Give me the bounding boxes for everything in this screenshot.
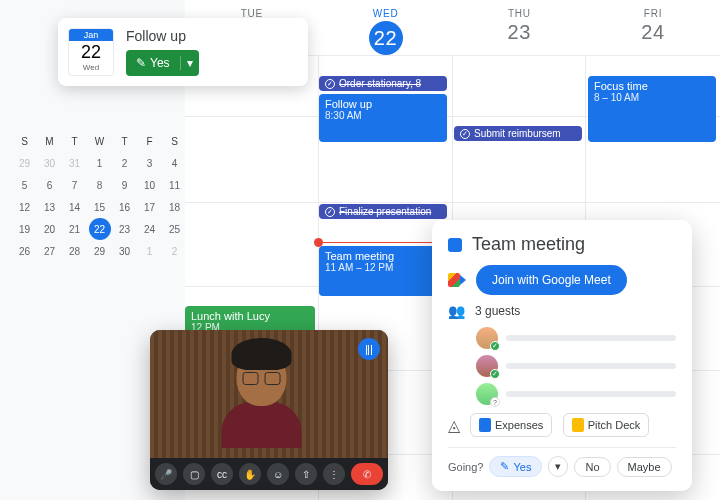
docs-icon <box>479 418 491 432</box>
speaking-indicator-icon: ǁǀ <box>358 338 380 360</box>
day-header-fri[interactable]: FRI24 <box>586 0 720 55</box>
slides-icon <box>572 418 584 432</box>
google-meet-icon <box>448 273 466 287</box>
mini-calendar[interactable]: SMTWTFS 2930311234 567891011 12131415161… <box>12 130 187 262</box>
video-feed: ǁǀ <box>150 330 388 458</box>
guests-count: 3 guests <box>475 304 520 318</box>
followup-date-badge: Jan 22 Wed <box>68 28 114 76</box>
reactions-button[interactable]: ☺ <box>267 463 289 485</box>
event-focus-time[interactable]: Focus time8 – 10 AM <box>588 76 716 142</box>
going-label: Going? <box>448 461 483 473</box>
guest-avatar[interactable]: ✓ <box>476 327 498 349</box>
guest-avatar[interactable]: ? <box>476 383 498 405</box>
mini-dow-row: SMTWTFS <box>12 130 187 152</box>
attachment-pitch-deck[interactable]: Pitch Deck <box>563 413 650 437</box>
mini-today[interactable]: 22 <box>89 218 111 240</box>
more-button[interactable]: ⋮ <box>323 463 345 485</box>
end-call-button[interactable]: ✆ <box>351 463 383 485</box>
meet-controls: 🎤 ▢ cc ✋ ☺ ⇧ ⋮ ✆ <box>150 458 388 490</box>
day-header-wed[interactable]: WED22 <box>319 0 453 55</box>
present-button[interactable]: ⇧ <box>295 463 317 485</box>
followup-title: Follow up <box>126 28 298 44</box>
meet-video-tile: ǁǀ 🎤 ▢ cc ✋ ☺ ⇧ ⋮ ✆ <box>150 330 388 490</box>
rsvp-icon: ✎ <box>500 460 509 473</box>
event-follow-up[interactable]: Follow up8:30 AM <box>319 94 447 142</box>
rsvp-no-button[interactable]: No <box>574 457 610 477</box>
task-order-stationary[interactable]: ✓Order stationary, 8 <box>319 76 447 91</box>
join-meet-button[interactable]: Join with Google Meet <box>476 265 627 295</box>
rsvp-icon: ✎ <box>136 56 146 70</box>
captions-button[interactable]: cc <box>211 463 233 485</box>
camera-button[interactable]: ▢ <box>183 463 205 485</box>
event-title: Team meeting <box>472 234 585 255</box>
chevron-down-icon[interactable]: ▾ <box>180 56 199 70</box>
attachment-expenses[interactable]: Expenses <box>470 413 552 437</box>
task-finalize-presentation[interactable]: ✓Finalize presentation <box>319 204 447 219</box>
guest-avatar[interactable]: ✓ <box>476 355 498 377</box>
guest-list: ✓ ✓ ? <box>476 327 676 405</box>
mic-button[interactable]: 🎤 <box>155 463 177 485</box>
day-header-thu[interactable]: THU23 <box>453 0 587 55</box>
guests-icon: 👥 <box>448 303 465 319</box>
rsvp-yes-dropdown[interactable]: ▾ <box>548 456 568 477</box>
followup-card: Jan 22 Wed Follow up ✎Yes ▾ <box>58 18 308 86</box>
event-popover: Team meeting Join with Google Meet 👥 3 g… <box>432 220 692 491</box>
rsvp-yes-button[interactable]: ✎Yes <box>489 456 542 477</box>
rsvp-row: Going? ✎Yes ▾ No Maybe <box>448 447 676 477</box>
rsvp-maybe-button[interactable]: Maybe <box>617 457 672 477</box>
raise-hand-button[interactable]: ✋ <box>239 463 261 485</box>
followup-yes-button[interactable]: ✎Yes ▾ <box>126 50 199 76</box>
attachment-icon: ◬ <box>448 416 460 435</box>
event-color-swatch <box>448 238 462 252</box>
task-submit-reimbursement[interactable]: ✓Submit reimbursem <box>454 126 582 141</box>
participant-avatar <box>237 348 302 448</box>
event-team-meeting[interactable]: Team meeting11 AM – 12 PM <box>319 246 447 296</box>
